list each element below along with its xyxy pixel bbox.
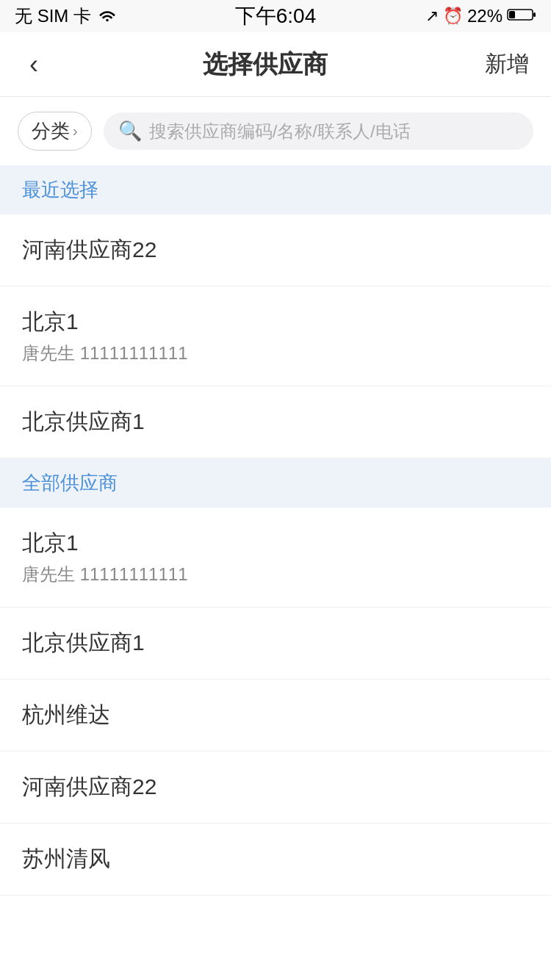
supplier-name: 北京1 xyxy=(22,307,529,337)
list-item[interactable]: 河南供应商22 xyxy=(0,215,551,287)
chevron-right-icon: › xyxy=(73,123,78,140)
battery-icon xyxy=(507,6,536,26)
svg-rect-1 xyxy=(533,12,536,17)
status-bar: 无 SIM 卡 下午6:04 ↗ ⏰ 22% xyxy=(0,0,551,32)
add-new-button[interactable]: 新增 xyxy=(485,49,529,79)
status-time: 下午6:04 xyxy=(235,2,317,30)
filter-bar: 分类 › 🔍 xyxy=(0,97,551,165)
location-icon: ↗ xyxy=(425,7,439,26)
list-item[interactable]: 杭州维达 xyxy=(0,680,551,752)
alarm-icon: ⏰ xyxy=(443,7,463,26)
section-header-recent: 最近选择 xyxy=(0,165,551,215)
list-item[interactable]: 北京1唐先生 11111111111 xyxy=(0,508,551,608)
supplier-contact: 唐先生 11111111111 xyxy=(22,342,529,365)
list-item[interactable]: 北京供应商1 xyxy=(0,608,551,680)
carrier-text: 无 SIM 卡 xyxy=(15,4,91,28)
supplier-contact: 唐先生 11111111111 xyxy=(22,563,529,586)
list-item[interactable]: 河南供应商22 xyxy=(0,752,551,824)
section-header-all: 全部供应商 xyxy=(0,458,551,508)
search-bar: 🔍 xyxy=(104,112,533,150)
svg-rect-2 xyxy=(509,11,515,18)
status-right: ↗ ⏰ 22% xyxy=(425,6,536,26)
sections-container: 最近选择河南供应商22北京1唐先生 11111111111北京供应商1全部供应商… xyxy=(0,165,551,896)
search-icon: 🔍 xyxy=(118,120,142,143)
nav-bar: ‹ 选择供应商 新增 xyxy=(0,32,551,97)
list-item[interactable]: 北京1唐先生 11111111111 xyxy=(0,287,551,386)
supplier-name: 北京供应商1 xyxy=(22,407,529,437)
list-item[interactable]: 北京供应商1 xyxy=(0,386,551,458)
category-button[interactable]: 分类 › xyxy=(18,112,92,151)
wifi-icon xyxy=(97,6,118,26)
supplier-name: 北京供应商1 xyxy=(22,628,529,658)
back-button[interactable]: ‹ xyxy=(22,42,46,87)
category-label: 分类 xyxy=(32,118,70,144)
supplier-name: 北京1 xyxy=(22,528,529,558)
supplier-name: 杭州维达 xyxy=(22,700,529,730)
status-left: 无 SIM 卡 xyxy=(15,4,118,28)
page-title: 选择供应商 xyxy=(203,48,328,82)
supplier-name: 苏州清风 xyxy=(22,844,529,874)
supplier-name: 河南供应商22 xyxy=(22,772,529,802)
supplier-name: 河南供应商22 xyxy=(22,235,529,265)
battery-text: 22% xyxy=(467,6,503,26)
list-item[interactable]: 苏州清风 xyxy=(0,824,551,896)
search-input[interactable] xyxy=(149,121,519,142)
